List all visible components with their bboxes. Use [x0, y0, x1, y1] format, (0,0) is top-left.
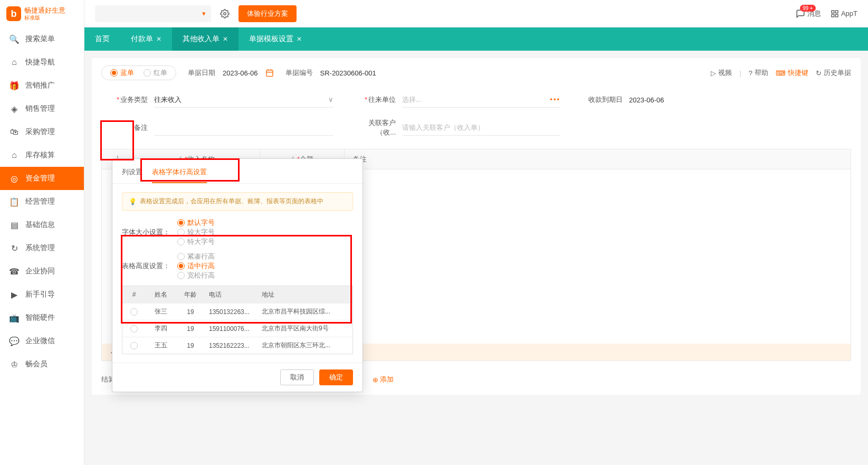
- sidebar-item-label: 库存核算: [25, 150, 55, 160]
- preview-col-idx: #: [122, 286, 146, 303]
- biz-type-value: 往来收入: [154, 95, 182, 105]
- play-icon: ▶: [9, 290, 19, 299]
- plan-button[interactable]: 体验行业方案: [239, 5, 297, 22]
- sidebar-item-8[interactable]: ▤基础信息: [0, 213, 84, 236]
- bill-code-value: SR-20230606-001: [320, 69, 376, 77]
- due-date-input[interactable]: 2023-06-06: [629, 92, 664, 108]
- close-icon[interactable]: ✕: [297, 35, 302, 43]
- preview-col-name: 姓名: [146, 286, 176, 303]
- blue-bill-radio[interactable]: 蓝单: [110, 68, 134, 78]
- add-payment-button[interactable]: ⊕ 添加: [373, 375, 394, 384]
- due-value: 2023-06-06: [629, 96, 664, 104]
- crown-icon: ♔: [9, 359, 19, 369]
- radio-option[interactable]: 紧凑行高: [177, 252, 215, 261]
- close-icon[interactable]: ✕: [223, 35, 228, 43]
- sidebar-item-7[interactable]: 📋经营管理: [0, 190, 84, 213]
- messages-button[interactable]: 99 + 消息: [796, 9, 821, 18]
- close-icon[interactable]: ✕: [156, 35, 161, 43]
- coin-icon: ◎: [9, 174, 19, 183]
- sidebar-item-label: 系统管理: [25, 243, 55, 253]
- sidebar-item-label: 资金管理: [25, 174, 55, 183]
- bill-header-row: 蓝单 红单 单据日期 2023-06-06 单据编号 SR-20230606-0…: [101, 65, 851, 80]
- cancel-button[interactable]: 取消: [280, 369, 314, 385]
- form-row-2: 备注 关联客户（收... 请输入关联客户（收入单）: [101, 113, 851, 143]
- radio-option[interactable]: 宽松行高: [177, 271, 215, 280]
- sidebar-item-10[interactable]: ☎企业协同: [0, 260, 84, 283]
- tab-1[interactable]: 付款单✕: [120, 27, 172, 51]
- bulb-icon: 💡: [129, 198, 137, 205]
- sidebar-item-12[interactable]: 📺智能硬件: [0, 306, 84, 329]
- company-selector[interactable]: ▾: [95, 5, 211, 22]
- video-link[interactable]: ▷视频: [711, 68, 732, 78]
- play-icon: ▷: [711, 69, 716, 77]
- more-icon: •••: [550, 96, 560, 103]
- due-label: 收款到期日: [588, 96, 623, 103]
- tab-column-settings[interactable]: 列设置: [122, 164, 142, 183]
- col-remark[interactable]: 备注: [345, 149, 851, 169]
- calendar-icon[interactable]: [265, 69, 274, 77]
- sidebar-item-14[interactable]: ♔畅会员: [0, 353, 84, 376]
- radio-option[interactable]: 较大字号: [177, 227, 215, 237]
- sidebar-item-label: 企业微信: [25, 336, 55, 346]
- top-header: ▾ 体验行业方案 99 + 消息 AppT: [84, 0, 868, 27]
- keyboard-icon: ⌨: [776, 69, 786, 77]
- bill-date-value[interactable]: 2023-06-06: [223, 69, 258, 77]
- sidebar-item-label: 快捷导航: [25, 58, 55, 67]
- sidebar-item-label: 搜索菜单: [25, 34, 55, 44]
- gift-icon: 🎁: [9, 81, 19, 90]
- unit-placeholder: 选择...: [402, 95, 422, 105]
- warehouse-icon: ⌂: [9, 150, 19, 160]
- bill-date-label: 单据日期: [188, 68, 215, 78]
- diamond-icon: ◈: [9, 104, 19, 113]
- bag-icon: 🛍: [9, 127, 19, 137]
- sidebar-item-1[interactable]: ⌂快捷导航: [0, 51, 84, 74]
- svg-rect-1: [832, 11, 834, 13]
- phone-icon: ☎: [9, 267, 19, 276]
- tab-0[interactable]: 首页: [84, 27, 120, 51]
- sidebar-item-3[interactable]: ◈销售管理: [0, 97, 84, 120]
- customer-label: 关联客户（收...: [368, 119, 396, 136]
- sidebar-item-0[interactable]: 🔍搜索菜单: [0, 27, 84, 51]
- sidebar-item-9[interactable]: ↻系统管理: [0, 236, 84, 260]
- remark-label: 备注: [134, 124, 148, 131]
- tab-font-settings[interactable]: 表格字体行高设置: [152, 164, 207, 183]
- sidebar-item-label: 销售管理: [25, 104, 55, 113]
- search-icon: 🔍: [9, 34, 19, 44]
- radio-option[interactable]: 默认字号: [177, 218, 215, 227]
- sidebar-item-6[interactable]: ◎资金管理: [0, 167, 84, 190]
- question-icon: ?: [749, 69, 752, 77]
- settings-button[interactable]: [216, 5, 233, 22]
- shortcut-link[interactable]: ⌨快捷键: [776, 68, 808, 78]
- red-bill-radio[interactable]: 红单: [144, 68, 167, 78]
- sidebar-item-label: 企业协同: [25, 267, 55, 276]
- customer-input[interactable]: 请输入关联客户（收入单）: [402, 120, 560, 136]
- biz-type-select[interactable]: 往来收入 ∨: [154, 92, 333, 108]
- history-link[interactable]: ↻历史单据: [816, 68, 851, 78]
- quick-links: ▷视频 | ?帮助 ⌨快捷键 ↻历史单据: [711, 68, 851, 78]
- help-link[interactable]: ?帮助: [749, 68, 768, 78]
- tab-label: 其他收入单: [183, 34, 220, 44]
- sidebar-item-11[interactable]: ▶新手引导: [0, 283, 84, 306]
- sidebar-item-13[interactable]: 💬企业微信: [0, 329, 84, 353]
- tab-2[interactable]: 其他收入单✕: [172, 27, 239, 51]
- confirm-button[interactable]: 确定: [319, 369, 353, 385]
- app-store-button[interactable]: AppT: [831, 10, 857, 18]
- radio-option[interactable]: 适中行高: [177, 261, 215, 271]
- sidebar-item-4[interactable]: 🛍采购管理: [0, 120, 84, 144]
- bill-code-label: 单据编号: [285, 68, 313, 78]
- radio-option[interactable]: 特大字号: [177, 237, 215, 246]
- remark-input[interactable]: [154, 120, 333, 136]
- sync-icon: ↻: [9, 243, 19, 253]
- table-row: 李四 19 1591100076... 北京市昌平区南大街9号: [122, 320, 352, 337]
- form-row-1: *业务类型 往来收入 ∨ *往来单位 选择... •••: [101, 87, 851, 113]
- svg-rect-3: [835, 14, 838, 17]
- sidebar: b 畅捷通好生意 标准版 🔍搜索菜单⌂快捷导航🎁营销推广◈销售管理🛍采购管理⌂库…: [0, 0, 84, 465]
- tab-3[interactable]: 单据模板设置✕: [239, 27, 312, 51]
- tab-label: 首页: [95, 34, 110, 44]
- sidebar-item-2[interactable]: 🎁营销推广: [0, 74, 84, 97]
- messages-badge: 99 +: [800, 5, 816, 12]
- sidebar-item-5[interactable]: ⌂库存核算: [0, 144, 84, 167]
- modal-tabs: 列设置 表格字体行高设置: [112, 159, 363, 184]
- wechat-icon: 💬: [9, 336, 19, 346]
- unit-select[interactable]: 选择... •••: [402, 92, 560, 108]
